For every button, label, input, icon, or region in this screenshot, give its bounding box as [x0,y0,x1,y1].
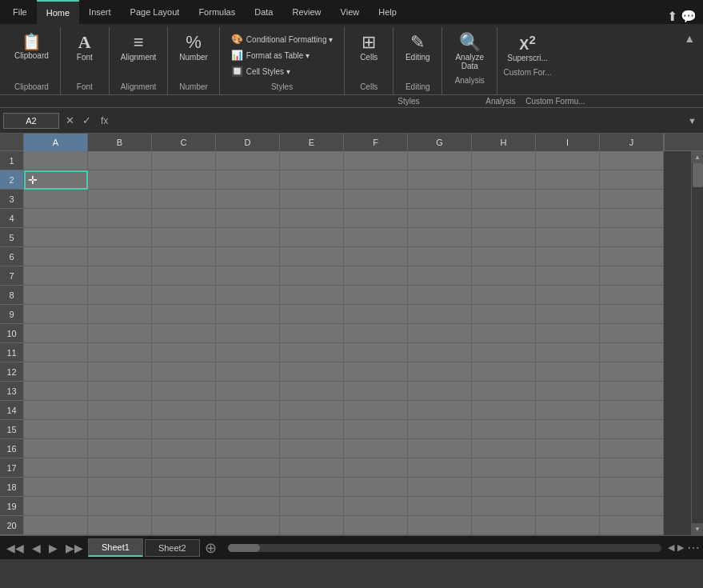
ribbon: 📋 Clipboard Clipboard A Font Font ≡ Alig… [0,24,703,108]
alignment-button[interactable]: ≡ Alignment [116,30,161,65]
scroll-down-button[interactable]: ▼ [692,523,703,535]
share-icon[interactable]: ⬆ [667,9,677,24]
cell-D1[interactable] [216,151,280,170]
ribbon-group-editing: ✎ Editing Editing [393,27,442,94]
cell-reference-box[interactable]: A2 [3,113,59,129]
sheet-tab-sheet1[interactable]: Sheet1 [88,538,143,557]
conditional-formatting-icon: 🎨 [231,34,243,45]
table-row: 19 [0,497,691,516]
formula-actions: ✕ ✓ [62,113,94,128]
table-row: 15 [0,420,691,439]
cell-B3[interactable] [88,190,152,209]
tab-review[interactable]: Review [282,0,330,24]
sheet-nav-prev[interactable]: ◀ [29,540,44,556]
styles-group-label: Styles [271,80,293,94]
col-header-H[interactable]: H [472,134,536,151]
tab-formulas[interactable]: Formulas [189,0,245,24]
cell-G1[interactable] [408,151,472,170]
horizontal-scroll-thumb[interactable] [228,544,260,552]
fx-label: fx [98,115,111,126]
cancel-formula-button[interactable]: ✕ [62,113,78,128]
col-header-I[interactable]: I [536,134,600,151]
number-button[interactable]: % Number [174,30,213,65]
scroll-up-button[interactable]: ▲ [692,151,703,163]
cell-A2[interactable]: ✛ [24,170,88,190]
formula-input[interactable] [114,114,681,128]
sheet-tab-sheet2[interactable]: Sheet2 [145,539,200,557]
row-num-15: 15 [0,420,24,439]
row-num-14: 14 [0,401,24,420]
cell-styles-button[interactable]: 🔲 Cell Styles ▾ [226,64,295,78]
font-icon: A [78,34,91,51]
confirm-formula-button[interactable]: ✓ [79,113,94,128]
cell-C2[interactable] [152,170,216,190]
cell-F1[interactable] [344,151,408,170]
clipboard-label: Clipboard [14,51,49,60]
format-as-table-button[interactable]: 📊 Format as Table ▾ [226,48,314,62]
vertical-scrollbar[interactable]: ▲ ▼ [691,151,703,535]
cell-J1[interactable] [600,151,664,170]
col-header-C[interactable]: C [152,134,216,151]
clipboard-button[interactable]: 📋 Clipboard [10,30,54,63]
scroll-left-button[interactable]: ◀ [668,542,674,553]
editing-button[interactable]: ✎ Editing [400,30,435,65]
tab-data[interactable]: Data [245,0,282,24]
more-options-button[interactable]: ⋯ [687,540,700,555]
cell-A1[interactable] [24,151,88,170]
cursor-crosshair-icon: ✛ [28,174,38,186]
col-header-G[interactable]: G [408,134,472,151]
cell-A3[interactable] [24,190,88,209]
col-header-A[interactable]: A [24,134,88,151]
row-num-12: 12 [0,362,24,382]
superscript-button[interactable]: X2 Superscri... [502,30,553,66]
comments-icon[interactable]: 💬 [681,9,697,24]
cells-button[interactable]: ⊞ Cells [351,30,386,65]
cell-I2[interactable] [536,170,600,190]
cell-H2[interactable] [472,170,536,190]
collapse-ribbon-button[interactable]: ▲ [679,30,700,46]
row-num-17: 17 [0,458,24,478]
tab-help[interactable]: Help [369,0,406,24]
tab-view[interactable]: View [331,0,369,24]
cell-B2[interactable] [88,170,152,190]
sheet-nav-first[interactable]: ◀◀ [3,540,27,556]
cell-C1[interactable] [152,151,216,170]
conditional-formatting-button[interactable]: 🎨 Conditional Formatting ▾ [226,32,338,46]
cell-D2[interactable] [216,170,280,190]
sheet-nav-last[interactable]: ▶▶ [62,540,86,556]
ribbon-group-analyze: 🔍 Analyze Data Analysis [442,27,497,94]
editing-group-label: Editing [405,80,430,94]
tab-insert[interactable]: Insert [79,0,121,24]
scroll-track[interactable] [692,163,703,523]
col-header-E[interactable]: E [280,134,344,151]
scroll-right-button[interactable]: ▶ [677,542,684,553]
cell-J2[interactable] [600,170,664,190]
tab-page-layout[interactable]: Page Layout [121,0,190,24]
cell-E2[interactable] [280,170,344,190]
col-header-J[interactable]: J [600,134,664,151]
cell-G2[interactable] [408,170,472,190]
cells-group-label: Cells [360,80,377,94]
analyze-data-button[interactable]: 🔍 Analyze Data [447,30,492,74]
add-sheet-button[interactable]: ⊕ [200,539,222,557]
cell-H1[interactable] [472,151,536,170]
sheet-nav-next[interactable]: ▶ [46,540,61,556]
row-num-11: 11 [0,343,24,362]
col-header-B[interactable]: B [88,134,152,151]
font-button[interactable]: A Font [67,30,102,65]
col-header-F[interactable]: F [344,134,408,151]
cell-B1[interactable] [88,151,152,170]
styles-section-label: Styles [118,97,419,106]
cell-I1[interactable] [536,151,600,170]
tab-file[interactable]: File [3,0,37,24]
cell-F2[interactable] [344,170,408,190]
horizontal-scroll-track[interactable] [228,544,661,552]
table-row: 11 [0,343,691,362]
col-header-D[interactable]: D [216,134,280,151]
horizontal-scroll-area [228,544,661,552]
cell-D3[interactable] [216,190,280,209]
tab-home[interactable]: Home [37,0,79,24]
cell-E1[interactable] [280,151,344,170]
formula-expand-button[interactable]: ▼ [685,116,700,126]
scroll-thumb[interactable] [693,163,703,187]
